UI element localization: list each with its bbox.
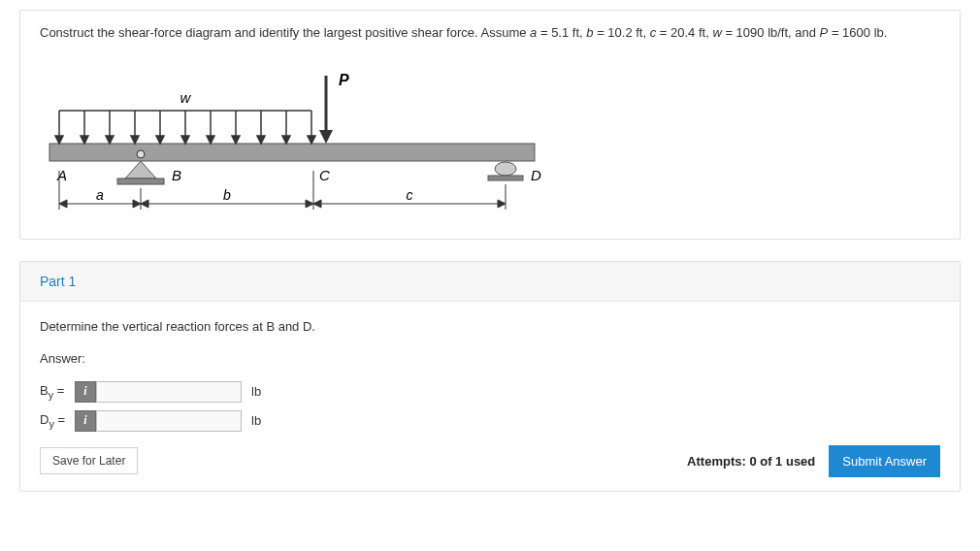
svg-point-26 xyxy=(137,150,145,158)
svg-marker-40 xyxy=(306,200,313,208)
svg-marker-19 xyxy=(257,136,265,144)
by-var: By = xyxy=(40,383,75,401)
svg-rect-28 xyxy=(117,178,164,184)
dim-b: b xyxy=(223,187,231,203)
by-row: By = i lb xyxy=(40,381,940,403)
svg-marker-17 xyxy=(232,136,240,144)
dim-a: a xyxy=(96,187,104,203)
question-text: Construct the shear-force diagram and id… xyxy=(40,24,940,43)
svg-marker-36 xyxy=(59,200,67,208)
part1-instruction: Determine the vertical reaction forces a… xyxy=(40,319,940,334)
b-point-label: B xyxy=(172,167,181,183)
svg-marker-25 xyxy=(319,130,333,144)
svg-marker-3 xyxy=(55,136,63,144)
question-panel: Construct the shear-force diagram and id… xyxy=(19,10,961,240)
w-label: w xyxy=(180,89,192,106)
dy-input[interactable] xyxy=(96,410,242,432)
answer-label: Answer: xyxy=(40,351,940,366)
part1-panel: Part 1 Determine the vertical reaction f… xyxy=(19,261,961,492)
svg-point-29 xyxy=(495,162,516,176)
submit-answer-button[interactable]: Submit Answer xyxy=(829,445,940,477)
attempts-label: Attempts: 0 of 1 used xyxy=(687,454,815,469)
svg-marker-43 xyxy=(498,200,506,208)
save-for-later-button[interactable]: Save for Later xyxy=(40,447,138,474)
dy-row: Dy = i lb xyxy=(40,410,940,432)
roller-support-d xyxy=(488,162,523,180)
dy-unit: lb xyxy=(251,413,261,428)
svg-marker-23 xyxy=(308,136,315,144)
beam-diagram: w P A B C D xyxy=(40,56,940,221)
by-unit: lb xyxy=(251,384,261,399)
svg-marker-39 xyxy=(141,200,148,208)
c-point-label: C xyxy=(319,167,330,183)
svg-marker-9 xyxy=(131,136,139,144)
dy-var: Dy = xyxy=(40,412,75,430)
dim-c: c xyxy=(407,187,413,203)
by-input[interactable] xyxy=(96,381,242,403)
info-icon[interactable]: i xyxy=(75,410,96,432)
svg-marker-5 xyxy=(81,136,88,144)
svg-marker-37 xyxy=(133,200,141,208)
part1-header: Part 1 xyxy=(20,262,960,302)
info-icon[interactable]: i xyxy=(75,381,96,403)
svg-marker-42 xyxy=(313,200,321,208)
svg-marker-13 xyxy=(181,136,189,144)
a-point-label: A xyxy=(56,167,67,183)
svg-marker-21 xyxy=(282,136,290,144)
svg-marker-15 xyxy=(207,136,214,144)
svg-marker-11 xyxy=(156,136,164,144)
svg-rect-0 xyxy=(49,144,535,161)
p-label: P xyxy=(339,72,349,88)
svg-marker-27 xyxy=(125,161,156,178)
svg-marker-7 xyxy=(106,136,114,144)
d-point-label: D xyxy=(531,167,541,183)
svg-rect-30 xyxy=(488,176,523,180)
